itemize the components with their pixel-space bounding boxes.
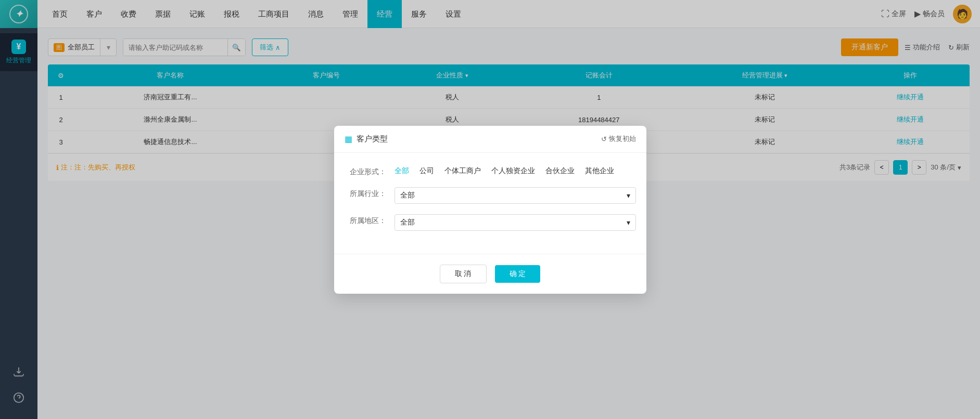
reset-label: 恢复初始 [609,134,636,143]
region-dropdown-icon: ▾ [627,218,630,227]
modal-title-text: 客户类型 [357,134,388,144]
modal-body: 企业形式： 全部 公司 个体工商户 个人独资企业 合伙企业 其他企业 所属行业： [334,153,646,254]
industry-selected: 全部 [400,191,415,200]
industry-dropdown[interactable]: 全部 ▾ [394,187,636,204]
region-label: 所属地区： [345,214,386,226]
modal-title: ▦ 客户类型 [345,134,388,144]
etype-sole[interactable]: 个人独资企业 [491,165,535,177]
etype-company[interactable]: 公司 [419,165,434,177]
region-value: 全部 ▾ [394,214,636,231]
industry-form-row: 所属行业： 全部 ▾ [345,187,636,204]
enterprise-form-label: 企业形式： [345,165,386,177]
etype-other[interactable]: 其他企业 [585,165,614,177]
region-form-row: 所属地区： 全部 ▾ [345,214,636,231]
industry-dropdown-icon: ▾ [627,191,630,200]
region-dropdown[interactable]: 全部 ▾ [394,214,636,231]
industry-value: 全部 ▾ [394,187,636,204]
industry-label: 所属行业： [345,187,386,199]
modal-header: ▦ 客户类型 ↺ 恢复初始 [334,126,646,153]
etype-individual[interactable]: 个体工商户 [444,165,481,177]
customer-type-modal: ▦ 客户类型 ↺ 恢复初始 企业形式： 全部 公司 个体工商户 个人独资企业 合… [334,126,646,294]
enterprise-types: 全部 公司 个体工商户 个人独资企业 合伙企业 其他企业 [394,165,636,177]
enterprise-form-row: 企业形式： 全部 公司 个体工商户 个人独资企业 合伙企业 其他企业 [345,165,636,177]
modal-reset-btn[interactable]: ↺ 恢复初始 [601,134,636,143]
etype-partnership[interactable]: 合伙企业 [545,165,575,177]
modal-title-icon: ▦ [345,134,352,144]
etype-all[interactable]: 全部 [394,165,409,177]
confirm-button[interactable]: 确 定 [495,265,541,283]
cancel-button[interactable]: 取 消 [440,265,487,283]
modal-overlay[interactable]: ▦ 客户类型 ↺ 恢复初始 企业形式： 全部 公司 个体工商户 个人独资企业 合… [0,0,980,419]
reset-icon: ↺ [601,135,607,143]
modal-footer: 取 消 确 定 [334,254,646,294]
enterprise-type-list: 全部 公司 个体工商户 个人独资企业 合伙企业 其他企业 [394,165,636,177]
region-selected: 全部 [400,218,415,227]
